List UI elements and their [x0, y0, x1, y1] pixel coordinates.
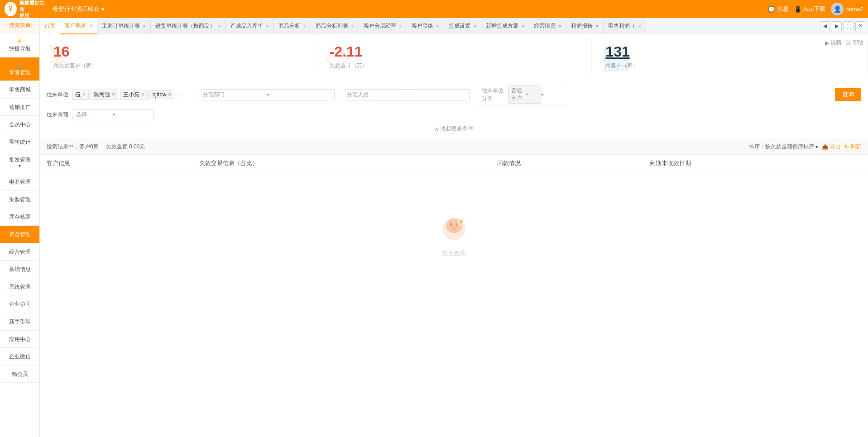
- tab-promotion-settings[interactable]: 提成设置 ×: [444, 18, 481, 34]
- help-button[interactable]: ⓘ 帮助: [846, 39, 863, 47]
- tab-close-icon[interactable]: ×: [638, 23, 641, 29]
- sidebar-item-wholesale-mgmt[interactable]: 批发管理 ▾: [0, 151, 39, 174]
- sidebar-search-label[interactable]: 搜索菜单: [3, 22, 37, 29]
- tab-new-promotion[interactable]: 新增提成方案 ×: [481, 18, 529, 34]
- sort-arrow-icon: ▾: [815, 144, 818, 150]
- tab-product-analysis-list[interactable]: 商品分析列表 ×: [311, 18, 359, 34]
- empty-state-icon: [436, 209, 472, 245]
- tab-retail-profit[interactable]: 零售利润（ ×: [604, 18, 646, 34]
- quick-nav-icon: ⚡: [16, 38, 23, 44]
- logo-line1: 畅捷通好生意: [19, 0, 44, 12]
- tab-close-icon[interactable]: ×: [143, 23, 146, 29]
- sidebar-item-quick-nav[interactable]: ⚡ 快捷导航: [0, 33, 39, 57]
- balance-select-arrow: ▾: [113, 112, 149, 117]
- sidebar-item-retail-mall[interactable]: 零售商城: [0, 81, 39, 99]
- tab-production-inbound[interactable]: 产成品入库单 ×: [226, 18, 274, 34]
- sidebar-item-label: 系统管理: [9, 284, 31, 291]
- staff-select[interactable]: 分管人员 ···: [343, 89, 470, 100]
- sidebar-item-marketing[interactable]: 营销推广: [0, 99, 39, 116]
- tab-home[interactable]: 首页: [40, 18, 60, 34]
- sidebar-item-inventory[interactable]: 库存核算: [0, 208, 39, 226]
- tab-fullscreen[interactable]: ⛶: [844, 21, 854, 31]
- stat-bg-building-icon: ▦: [601, 38, 631, 75]
- staff-select-placeholder: 分管人员: [347, 91, 406, 99]
- tab-home-label: 首页: [44, 22, 55, 30]
- unit-category-select[interactable]: 往来单位分类 普通客户 × ▾: [478, 84, 568, 105]
- sidebar-item-vip[interactable]: 畅会员: [0, 366, 39, 383]
- tab-product-analysis[interactable]: 商品分析 ×: [274, 18, 311, 34]
- sidebar-item-member-center[interactable]: 会员中心: [0, 116, 39, 133]
- tab-operation-status[interactable]: 经营情况 ×: [529, 18, 566, 34]
- unit-category-tag-remove[interactable]: ×: [525, 91, 538, 98]
- collapse-button[interactable]: ∧ 收起更多条件: [435, 125, 473, 133]
- tab-customer-segment[interactable]: 客户分层经营 ×: [359, 18, 407, 34]
- empty-state-text: 暂无数据: [442, 249, 466, 257]
- tab-customer-accounts[interactable]: 客户账本 ×: [60, 18, 97, 34]
- tab-close-icon[interactable]: ×: [473, 23, 476, 29]
- unit-tag-wang: 王小亮 ×: [120, 90, 148, 100]
- sidebar-item-capital-mgmt[interactable]: 资金管理: [0, 226, 39, 243]
- more-tags-button[interactable]: ...: [176, 90, 186, 99]
- tab-close-icon[interactable]: ×: [218, 23, 221, 29]
- sidebar-item-retail-mgmt[interactable]: 🛒 零售管理: [0, 57, 39, 81]
- sidebar-item-ecommerce[interactable]: 电商管理: [0, 173, 39, 191]
- tab-scroll-left[interactable]: ◀: [820, 21, 830, 31]
- tab-close-icon[interactable]: ×: [399, 23, 402, 29]
- sidebar-item-retail-stats[interactable]: 零售统计: [0, 133, 39, 151]
- sidebar-item-basic-info[interactable]: 基础信息: [0, 261, 39, 278]
- tab-purchase-orders[interactable]: 采购订单统计表 ×: [97, 18, 151, 34]
- export-button[interactable]: 📤 导出: [822, 143, 841, 151]
- sort-selector[interactable]: 排序：按欠款金额倒序排序 ▾: [749, 143, 818, 151]
- table-header-row: 客户信息 欠款交易信息（占比） 回款情况 到期未收款日期: [40, 155, 868, 172]
- sidebar-item-label: 采购管理: [9, 196, 31, 204]
- refresh-button[interactable]: ↻ 刷新: [844, 143, 861, 151]
- unit-tag-cjttcw-remove[interactable]: ×: [168, 91, 171, 98]
- tab-close-icon[interactable]: ×: [351, 23, 354, 29]
- tab-customer-contact[interactable]: 客户联络 ×: [407, 18, 444, 34]
- sidebar-item-new-guide[interactable]: 新手引导: [0, 313, 39, 331]
- unit-tag-cjttcw: cjttcw ×: [149, 90, 174, 99]
- tab-label: 利润报告: [571, 22, 593, 30]
- tab-close-icon[interactable]: ×: [89, 23, 92, 29]
- sidebar-item-enterprise-collab[interactable]: 企业协同: [0, 295, 39, 313]
- user-menu[interactable]: 👤 demo2: [831, 3, 863, 15]
- tab-close-icon[interactable]: ×: [558, 23, 561, 29]
- tab-close-icon[interactable]: ×: [266, 23, 269, 29]
- message-button[interactable]: 💬 消息: [768, 5, 789, 13]
- app-download-button[interactable]: 📱 App下载: [794, 5, 825, 13]
- tab-close-icon[interactable]: ×: [303, 23, 306, 29]
- refresh-icon: ↻: [844, 144, 849, 150]
- sidebar-item-retail-label: 零售管理: [9, 69, 31, 76]
- department-select-arrow: ▾: [267, 92, 331, 97]
- search-button[interactable]: 查询: [835, 88, 861, 101]
- unit-tag-wu-text: 伍: [75, 91, 81, 99]
- top-nav: 母婴行业演示账套 ▾: [44, 3, 768, 15]
- unit-tag-wang-remove[interactable]: ×: [141, 91, 144, 98]
- sidebar-item-purchase[interactable]: 采购管理: [0, 191, 39, 209]
- sidebar-item-enterprise-wechat[interactable]: 企业微信: [0, 348, 39, 366]
- department-select-label: 分管部门: [203, 91, 267, 99]
- tab-profit-report[interactable]: 利润报告 ×: [566, 18, 604, 34]
- balance-select[interactable]: 选择... ▾: [72, 109, 153, 120]
- tab-close-all[interactable]: ✕: [855, 21, 865, 31]
- tab-close-icon[interactable]: ×: [595, 23, 599, 29]
- sidebar-item-operation-mgmt[interactable]: 经营管理: [0, 243, 39, 261]
- app-download-label: App下载: [803, 5, 825, 13]
- sidebar-item-app-center[interactable]: 应用中心: [0, 331, 39, 348]
- department-select[interactable]: 分管部门 ▾: [199, 89, 335, 100]
- sidebar-item-system-mgmt[interactable]: 系统管理: [0, 278, 39, 296]
- tab-close-icon[interactable]: ×: [436, 23, 439, 29]
- tab-scroll-right[interactable]: ▶: [832, 21, 842, 31]
- tab-close-icon[interactable]: ×: [521, 23, 524, 29]
- sidebar-search[interactable]: 搜索菜单: [0, 18, 39, 33]
- main-area: 首页 客户账本 × 采购订单统计表 × 进货单统计表（按商品） × 产成品入库单…: [40, 18, 868, 437]
- unit-tag-wu-remove[interactable]: ×: [82, 91, 86, 98]
- unit-tag-chen-remove[interactable]: ×: [112, 91, 115, 98]
- tab-inbound-stats[interactable]: 进货单统计表（按商品） ×: [151, 18, 226, 34]
- col-repayment: 回款情况: [490, 155, 643, 172]
- stats-area: ¥ 16 总欠款客户（家） ◇ -2.11 欠款合计（万） ▦ 131 总客户（…: [40, 34, 868, 79]
- workspace-selector[interactable]: 母婴行业演示账套 ▾: [49, 3, 110, 15]
- video-help-button[interactable]: ▶ 视频: [825, 39, 841, 47]
- sidebar-item-label: 畅会员: [12, 371, 28, 378]
- tab-label: 客户分层经营: [364, 22, 396, 30]
